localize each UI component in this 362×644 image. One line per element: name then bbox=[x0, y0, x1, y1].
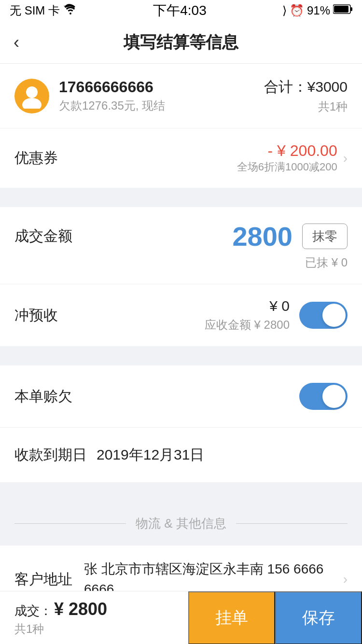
save-button[interactable]: 保存 bbox=[275, 591, 362, 644]
customer-info: 17666666666 欠款1276.35元, 现结 bbox=[59, 78, 165, 113]
prereceipt-toggle[interactable] bbox=[299, 302, 348, 329]
wifi-icon bbox=[64, 4, 77, 17]
debt-section: 本单赊欠 收款到期日 2019年12月31日 bbox=[0, 365, 362, 482]
logistics-line-left bbox=[14, 523, 126, 524]
debt-label: 本单赊欠 bbox=[14, 387, 72, 406]
prereceipt-sub: 应收金额 ¥ 2800 bbox=[205, 317, 290, 333]
bottom-count: 共1种 bbox=[14, 621, 174, 637]
battery-text: 91% bbox=[307, 4, 330, 17]
prereceipt-right: ¥ 0 应收金额 ¥ 2800 bbox=[205, 298, 290, 333]
hold-button[interactable]: 挂单 bbox=[188, 591, 275, 644]
logistics-title: 物流 & 其他信息 bbox=[136, 515, 226, 532]
battery-icon bbox=[333, 4, 352, 17]
prereceipt-row: 冲预收 ¥ 0 应收金额 ¥ 2800 bbox=[0, 284, 362, 346]
duedate-label: 收款到期日 bbox=[14, 445, 87, 465]
customer-phone: 17666666666 bbox=[59, 78, 165, 96]
total-amount: 合计：¥3000 bbox=[264, 77, 348, 97]
content-area: 17666666666 欠款1276.35元, 现结 合计：¥3000 共1种 … bbox=[0, 64, 362, 644]
section-divider-3 bbox=[0, 492, 362, 502]
bottom-deal-label: 成交： bbox=[14, 602, 52, 619]
customer-totals: 合计：¥3000 共1种 bbox=[264, 77, 348, 114]
toggle-knob bbox=[322, 304, 346, 327]
duedate-value: 2019年12月31日 bbox=[97, 445, 204, 465]
bottom-deal-amount: ¥ 2800 bbox=[54, 599, 107, 619]
status-bar: 无 SIM 卡 下午4:03 ⟩ ⏰ 91% bbox=[0, 0, 362, 21]
logistics-line-right bbox=[236, 523, 348, 524]
debt-toggle-knob bbox=[322, 385, 346, 408]
svg-point-3 bbox=[26, 86, 38, 98]
svg-rect-2 bbox=[334, 6, 348, 13]
coupon-desc: 全场6折满1000减200 bbox=[237, 160, 337, 174]
deal-amount-value: 2800 bbox=[232, 221, 292, 252]
coupon-right: - ¥ 200.00 全场6折满1000减200 › bbox=[237, 142, 348, 174]
debt-row: 本单赊欠 bbox=[0, 365, 362, 427]
avatar bbox=[14, 79, 49, 113]
status-bar-left: 无 SIM 卡 bbox=[10, 3, 77, 18]
customer-row: 17666666666 欠款1276.35元, 现结 合计：¥3000 共1种 bbox=[0, 64, 362, 128]
customer-section: 17666666666 欠款1276.35元, 现结 合计：¥3000 共1种 … bbox=[0, 64, 362, 188]
customer-debt: 欠款1276.35元, 现结 bbox=[59, 98, 165, 113]
address-label: 客户地址 bbox=[14, 570, 72, 589]
rounded-sub: 已抹 ¥ 0 bbox=[14, 255, 348, 270]
section-divider-2 bbox=[0, 356, 362, 365]
duedate-row: 收款到期日 2019年12月31日 bbox=[0, 427, 362, 482]
round-zero-button[interactable]: 抹零 bbox=[302, 224, 348, 249]
debt-toggle[interactable] bbox=[299, 383, 348, 410]
amount-row-container: 成交金额 2800 抹零 已抹 ¥ 0 bbox=[0, 207, 362, 284]
bottom-summary: 成交： ¥ 2800 共1种 bbox=[0, 599, 188, 637]
page-title: 填写结算等信息 bbox=[124, 31, 238, 54]
coupon-label: 优惠券 bbox=[14, 148, 58, 168]
bottom-bar: 成交： ¥ 2800 共1种 挂单 保存 bbox=[0, 591, 362, 644]
logistics-header: 物流 & 其他信息 bbox=[0, 502, 362, 546]
customer-left: 17666666666 欠款1276.35元, 现结 bbox=[14, 78, 165, 113]
back-button[interactable]: ‹ bbox=[14, 32, 19, 53]
nav-bar: ‹ 填写结算等信息 bbox=[0, 21, 362, 64]
status-bar-time: 下午4:03 bbox=[153, 1, 207, 20]
svg-point-4 bbox=[22, 98, 42, 109]
amount-row: 成交金额 2800 抹零 bbox=[14, 221, 348, 252]
coupon-row[interactable]: 优惠券 - ¥ 200.00 全场6折满1000减200 › bbox=[0, 128, 362, 188]
amount-label: 成交金额 bbox=[14, 226, 72, 246]
svg-rect-1 bbox=[350, 7, 352, 11]
total-count: 共1种 bbox=[264, 99, 348, 114]
prereceipt-amount: ¥ 0 bbox=[269, 298, 290, 314]
alarm-icon: ⏰ bbox=[290, 4, 304, 17]
address-chevron-icon: › bbox=[343, 572, 348, 587]
chevron-right-icon: › bbox=[343, 151, 348, 166]
location-icon: ⟩ bbox=[282, 4, 287, 17]
status-bar-right: ⟩ ⏰ 91% bbox=[282, 4, 352, 17]
prereceipt-label: 冲预收 bbox=[14, 306, 58, 325]
sim-status: 无 SIM 卡 bbox=[10, 3, 60, 18]
amount-section: 成交金额 2800 抹零 已抹 ¥ 0 冲预收 ¥ 0 应收金额 ¥ 2800 bbox=[0, 207, 362, 346]
amount-value-container: 2800 抹零 bbox=[232, 221, 348, 252]
section-divider-1 bbox=[0, 197, 362, 207]
coupon-amount: - ¥ 200.00 bbox=[237, 142, 337, 160]
